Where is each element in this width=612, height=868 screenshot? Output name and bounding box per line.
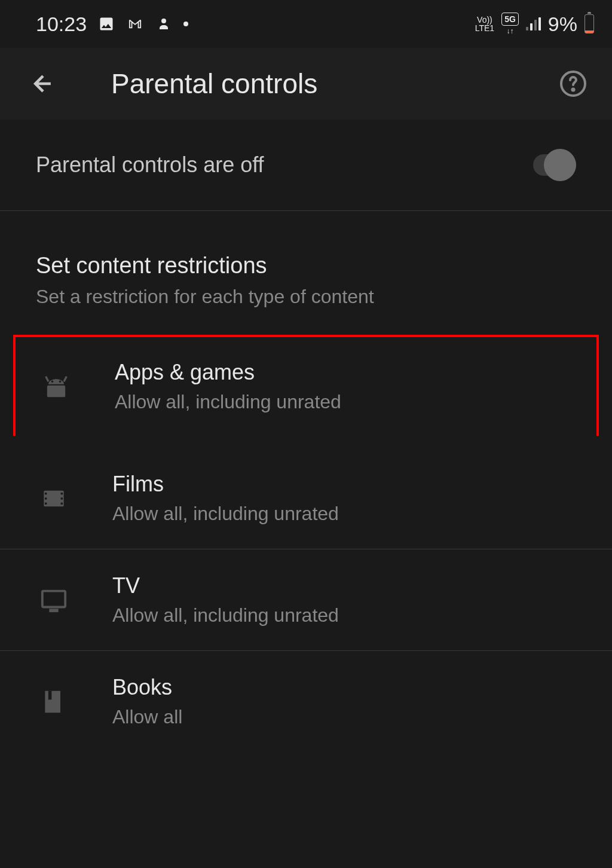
item-title: Apps & games: [115, 360, 574, 385]
svg-point-3: [51, 380, 53, 382]
svg-rect-9: [45, 502, 47, 504]
status-bar: 10:23 Vo)) LTE1 5G ↓↑ 9%: [0, 0, 612, 48]
svg-rect-13: [42, 591, 65, 607]
svg-rect-7: [45, 493, 47, 494]
person-icon: [155, 17, 173, 31]
tv-icon: [36, 582, 72, 618]
data-arrows-icon: ↓↑: [507, 27, 514, 35]
battery-percent: 9%: [548, 13, 577, 36]
parental-controls-toggle[interactable]: [533, 154, 576, 176]
page-title: Parental controls: [111, 68, 558, 100]
restriction-item-apps-games[interactable]: Apps & games Allow all, including unrate…: [13, 335, 599, 436]
item-subtitle: Allow all, including unrated: [112, 503, 576, 525]
item-title: Books: [112, 675, 576, 700]
content-area: Parental controls are off Set content re…: [0, 120, 612, 752]
network-label: Vo)) LTE1: [475, 16, 494, 32]
restriction-item-tv[interactable]: TV Allow all, including unrated: [0, 549, 612, 651]
svg-rect-11: [61, 497, 63, 499]
status-bar-left: 10:23: [36, 13, 188, 36]
svg-point-0: [161, 19, 166, 23]
item-text: Apps & games Allow all, including unrate…: [115, 360, 574, 413]
restrictions-section-header: Set content restrictions Set a restricti…: [0, 211, 612, 335]
svg-point-4: [59, 380, 61, 382]
svg-point-2: [572, 88, 574, 90]
item-subtitle: Allow all: [112, 706, 576, 728]
item-subtitle: Allow all, including unrated: [115, 391, 574, 413]
restriction-item-films[interactable]: Films Allow all, including unrated: [0, 448, 612, 549]
status-time: 10:23: [36, 13, 87, 36]
signal-bars-icon: [526, 17, 541, 30]
item-text: TV Allow all, including unrated: [112, 573, 576, 626]
svg-rect-8: [45, 497, 47, 499]
help-button[interactable]: [558, 69, 588, 99]
network-5g-badge: 5G: [501, 13, 519, 26]
image-icon: [97, 17, 115, 31]
network-5g-group: 5G ↓↑: [501, 13, 519, 35]
item-title: Films: [112, 472, 576, 497]
section-subtitle: Set a restriction for each type of conte…: [36, 286, 576, 308]
status-bar-right: Vo)) LTE1 5G ↓↑ 9%: [475, 13, 594, 36]
svg-rect-14: [48, 690, 52, 699]
gmail-icon: [126, 17, 144, 31]
restriction-item-books[interactable]: Books Allow all: [0, 651, 612, 752]
book-icon: [36, 684, 72, 720]
svg-rect-5: [47, 385, 65, 397]
parental-controls-toggle-row: Parental controls are off: [0, 120, 612, 211]
notification-dot-icon: [183, 22, 188, 26]
toggle-label: Parental controls are off: [36, 152, 264, 178]
app-header: Parental controls: [0, 48, 612, 120]
network-lte: LTE1: [475, 24, 494, 32]
android-icon: [38, 369, 74, 405]
item-subtitle: Allow all, including unrated: [112, 604, 576, 626]
item-title: TV: [112, 573, 576, 598]
battery-icon: [585, 14, 594, 33]
item-text: Books Allow all: [112, 675, 576, 728]
svg-rect-12: [61, 502, 63, 504]
item-text: Films Allow all, including unrated: [112, 472, 576, 525]
film-icon: [36, 481, 72, 516]
svg-rect-10: [61, 493, 63, 494]
network-volte: Vo)): [475, 16, 494, 24]
section-title: Set content restrictions: [36, 253, 576, 279]
back-button[interactable]: [29, 69, 57, 98]
